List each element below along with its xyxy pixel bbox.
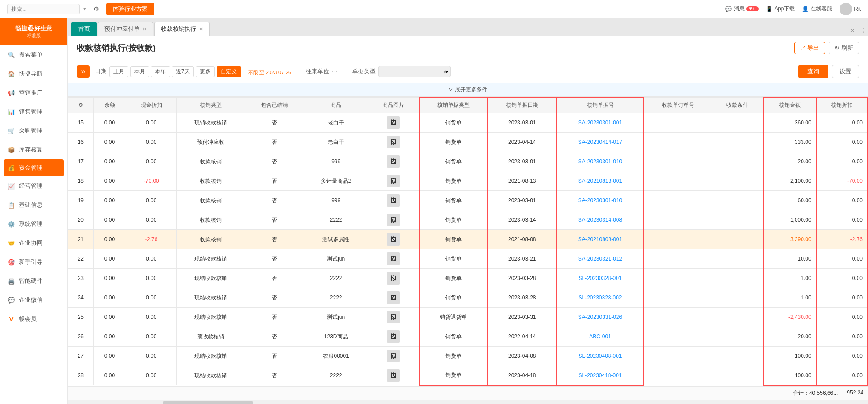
verify-no-link[interactable]: SA-20230301-010 <box>578 158 622 165</box>
sidebar-item-operations[interactable]: 📈 经营管理 <box>0 176 67 195</box>
cell-verify-no[interactable]: SA-20230414-017 <box>557 133 644 152</box>
sidebar-item-enterprise[interactable]: 🤝 企业协同 <box>0 233 67 252</box>
row-number: 25 <box>68 308 94 327</box>
cell-product-image[interactable]: 🖼 <box>368 230 419 249</box>
cell-verify-no[interactable]: SA-20230301-001 <box>557 113 644 133</box>
cell-verify-no[interactable]: SL-20230328-001 <box>557 269 644 288</box>
cell-product-image[interactable]: 🖼 <box>368 191 419 210</box>
sidebar-item-basic[interactable]: 📋 基础信息 <box>0 195 67 214</box>
verify-no-link[interactable]: SL-20230328-002 <box>578 295 622 301</box>
gear-icon[interactable]: ⚙ <box>90 3 103 15</box>
sidebar-item-hardware[interactable]: 🖨️ 智能硬件 <box>0 271 67 290</box>
table-area[interactable]: ⚙ 余额 现金折扣 核销类型 包含已结清 商品 商品图片 核销单据类型 核销单据… <box>68 97 868 404</box>
verify-no-link[interactable]: SA-20230301-010 <box>578 197 622 204</box>
cell-balance: 0.00 <box>93 191 126 210</box>
cell-verify-no[interactable]: SA-20210808-001 <box>557 230 644 249</box>
custom-date-btn[interactable]: 自定义 <box>217 66 241 77</box>
cell-product: 2222 <box>304 366 368 385</box>
verify-no-link[interactable]: ABC-001 <box>589 333 611 340</box>
tab-verify[interactable]: 收款核销执行 ✕ <box>154 22 210 36</box>
last-month-btn[interactable]: 上月 <box>109 66 128 77</box>
this-year-btn[interactable]: 本年 <box>151 66 170 77</box>
cell-product-image[interactable]: 🖼 <box>368 171 419 191</box>
cell-product-image[interactable]: 🖼 <box>368 269 419 288</box>
cell-product-image[interactable]: 🖼 <box>368 308 419 327</box>
cell-product-image[interactable]: 🖼 <box>368 366 419 385</box>
refresh-button[interactable]: ↻ 刷新 <box>829 42 859 54</box>
cell-verify-no[interactable]: SA-20230314-008 <box>557 210 644 230</box>
cell-include-settled: 否 <box>245 113 304 133</box>
verify-no-link[interactable]: SA-20230314-008 <box>578 217 622 223</box>
cell-product-image[interactable]: 🖼 <box>368 249 419 269</box>
col-settings[interactable]: ⚙ <box>68 97 94 113</box>
verify-no-link[interactable]: SA-20230321-012 <box>578 256 622 262</box>
filter-actions: 查询 设置 <box>798 65 859 78</box>
refresh-icon: ↻ <box>835 44 840 51</box>
search-top-input[interactable] <box>7 4 80 14</box>
settings-button[interactable]: 设置 <box>832 65 859 78</box>
user-profile[interactable]: Rit <box>840 3 861 15</box>
cell-product-image[interactable]: 🖼 <box>368 133 419 152</box>
cell-verify-no[interactable]: ABC-001 <box>557 327 644 347</box>
tab-prepay[interactable]: 预付冲应付单 ✕ <box>98 22 153 36</box>
cell-product-image[interactable]: 🖼 <box>368 152 419 171</box>
last-7-days-btn[interactable]: 近7天 <box>172 66 194 77</box>
cell-verify-no[interactable]: SA-20230301-010 <box>557 191 644 210</box>
sidebar-item-purchase[interactable]: 🛒 采购管理 <box>0 121 67 140</box>
sidebar-item-system[interactable]: ⚙️ 系统管理 <box>0 214 67 233</box>
cell-product: 999 <box>304 191 368 210</box>
cell-verify-no[interactable]: SL-20230328-002 <box>557 288 644 308</box>
sidebar-item-member[interactable]: V 畅会员 <box>0 309 67 328</box>
sidebar-item-label: 搜索菜单 <box>19 51 42 59</box>
verify-no-link[interactable]: SL-20230418-001 <box>578 372 622 379</box>
cell-verify-no[interactable]: SA-20230301-010 <box>557 152 644 171</box>
cell-verify-no[interactable]: SL-20230418-001 <box>557 366 644 385</box>
cell-verify-no[interactable]: SL-20230408-001 <box>557 347 644 366</box>
tab-close-icon[interactable]: ✕ <box>199 26 203 32</box>
more-date-btn[interactable]: 更多 <box>196 66 215 77</box>
cell-product-image[interactable]: 🖼 <box>368 327 419 347</box>
online-service-button[interactable]: 👤 在线客服 <box>802 5 832 13</box>
tab-home[interactable]: 首页 <box>71 22 97 36</box>
verify-no-link[interactable]: SA-20210808-001 <box>578 236 622 242</box>
sidebar-item-label: 营销推广 <box>19 89 42 97</box>
sidebar-item-marketing[interactable]: 📢 营销推广 <box>0 83 67 102</box>
verify-no-link[interactable]: SA-20230301-001 <box>578 119 622 126</box>
industry-solution-button[interactable]: 体验行业方案 <box>106 3 154 15</box>
messages-button[interactable]: 💬 消息 99+ <box>725 5 759 13</box>
cell-product-image[interactable]: 🖼 <box>368 288 419 308</box>
sidebar-item-shortcut[interactable]: 🏠 快捷导航 <box>0 64 67 83</box>
cell-product-image[interactable]: 🖼 <box>368 210 419 230</box>
query-button[interactable]: 查询 <box>798 65 828 78</box>
expand-more-button[interactable]: ∨ 展开更多条件 <box>448 86 487 94</box>
sidebar-item-sales[interactable]: 📊 销售管理 <box>0 102 67 121</box>
verify-no-link[interactable]: SL-20230328-001 <box>578 275 622 281</box>
col-include-settled: 包含已结清 <box>245 97 304 113</box>
sidebar-item-wechat[interactable]: 💬 企业微信 <box>0 290 67 309</box>
cell-verify-no[interactable]: SA-20230331-026 <box>557 308 644 327</box>
expand-window-icon[interactable]: ⛶ <box>859 27 864 34</box>
sidebar-item-inventory[interactable]: 📦 库存核算 <box>0 140 67 159</box>
sidebar-item-guide[interactable]: 🎯 新手引导 <box>0 252 67 271</box>
tab-close-icon[interactable]: ✕ <box>142 26 146 32</box>
cell-verify-discount: 0.00 <box>816 327 868 347</box>
verify-no-link[interactable]: SA-20230331-026 <box>578 314 622 320</box>
cell-product-image[interactable]: 🖼 <box>368 113 419 133</box>
export-button[interactable]: ↗ 导出 <box>794 42 826 54</box>
filter-expand-button[interactable]: » <box>77 65 90 78</box>
close-window-icon[interactable]: ✕ <box>850 27 855 34</box>
sidebar-item-finance[interactable]: 💰 资金管理 <box>4 159 64 176</box>
doctype-select[interactable] <box>378 66 451 77</box>
cell-verify-date: 2023-03-01 <box>488 113 557 133</box>
verify-no-link[interactable]: SA-20230414-017 <box>578 139 622 145</box>
this-month-btn[interactable]: 本月 <box>130 66 149 77</box>
app-download-button[interactable]: 📱 App下载 <box>766 5 795 13</box>
sidebar-item-search[interactable]: 🔍 搜索菜单 <box>0 45 67 64</box>
verify-no-link[interactable]: SL-20230408-001 <box>578 353 622 359</box>
scroll-thumb[interactable] <box>163 401 253 404</box>
cell-product-image[interactable]: 🖼 <box>368 347 419 366</box>
horizontal-scrollbar[interactable] <box>68 400 868 404</box>
cell-verify-no[interactable]: SA-20230321-012 <box>557 249 644 269</box>
cell-verify-no[interactable]: SA-20210813-001 <box>557 171 644 191</box>
verify-no-link[interactable]: SA-20210813-001 <box>578 178 622 184</box>
